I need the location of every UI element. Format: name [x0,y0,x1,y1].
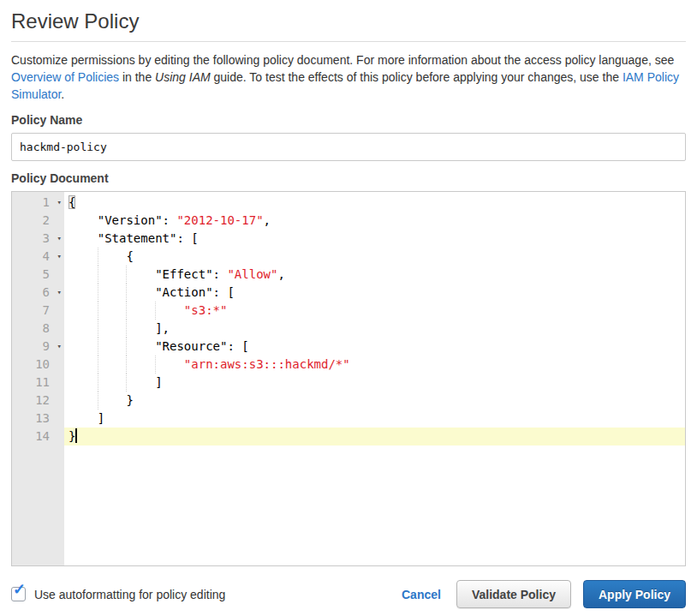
code-string-token: "2012-10-17" [176,213,263,227]
code-line[interactable]: "Resource": [ [64,338,685,356]
policy-name-input[interactable] [11,133,686,161]
indent-guide [98,356,98,374]
code-token: ] [69,375,163,389]
indent-guide [126,356,127,374]
code-line[interactable]: } [64,392,685,410]
code-token: "Resource": [ [69,339,249,353]
policy-name-label: Policy Name [11,113,686,127]
code-token: ], [69,321,170,335]
code-line[interactable]: "Effect": "Allow", [64,266,685,284]
title-divider [11,41,686,42]
code-line[interactable]: "Statement": [ [64,230,685,248]
description-text: in the [119,70,155,84]
description-text: guide. To test the effects of this polic… [211,70,623,84]
indent-guide [98,248,98,266]
indent-guide [98,392,98,410]
code-token: } [69,393,134,407]
gutter-line-number: 12 [12,392,64,410]
code-line[interactable]: "Action": [ [64,284,685,302]
code-line[interactable]: { [64,194,685,212]
code-string-token: "s3:*" [184,303,228,317]
inline-link[interactable]: Overview of Policies [11,70,119,84]
code-line[interactable]: { [64,248,685,266]
fold-toggle-icon[interactable]: ▾ [57,284,62,302]
autoformat-label: Use autoformatting for policy editing [34,588,225,601]
code-token: "Version": [69,213,176,227]
editor-code-area[interactable]: { "Version": "2012-10-17", "Statement": … [64,192,685,565]
code-token: } [69,429,75,443]
autoformat-checkbox[interactable]: ✓ [11,587,26,601]
indent-guide [98,338,98,356]
code-token: ] [69,411,104,425]
text-cursor [75,428,77,443]
indent-guide [98,266,98,284]
gutter-line-number: 13 [12,410,64,428]
indent-guide [126,266,127,284]
code-string-token: "arn:aws:s3:::hackmd/*" [184,357,350,371]
code-line[interactable]: ] [64,410,685,428]
gutter-line-number: 14 [12,428,64,446]
editor-gutter: 1▾23▾4▾56▾789▾1011121314 [12,192,64,565]
fold-toggle-icon[interactable]: ▾ [57,248,62,266]
cancel-link[interactable]: Cancel [402,588,441,601]
policy-document-label: Policy Document [11,171,686,185]
policy-document-editor[interactable]: 1▾23▾4▾56▾789▾1011121314 { "Version": "2… [11,191,686,566]
footer-bar: ✓ Use autoformatting for policy editing … [11,580,686,608]
page-title: Review Policy [11,9,686,34]
code-token: { [69,249,134,263]
indent-guide [126,302,127,320]
validate-policy-button[interactable]: Validate Policy [456,580,571,608]
fold-toggle-icon[interactable]: ▾ [57,338,62,356]
code-token: "Effect": [69,267,227,281]
indent-guide [98,284,98,302]
gutter-line-number: 8 [12,320,64,338]
indent-guide [155,356,156,374]
gutter-line-number: 6▾ [12,284,64,302]
gutter-line-number: 4▾ [12,248,64,266]
code-token: , [277,267,284,281]
gutter-line-number: 7 [12,302,64,320]
gutter-line-number: 2 [12,212,64,230]
code-token: , [264,213,271,227]
italic-text: Using IAM [155,70,211,84]
footer-actions: Cancel Validate Policy Apply Policy [402,580,686,608]
gutter-line-number: 11 [12,374,64,392]
indent-guide [126,338,127,356]
fold-toggle-icon[interactable]: ▾ [57,194,62,212]
review-policy-page: Review Policy Customize permissions by e… [0,9,697,608]
code-line[interactable]: "Version": "2012-10-17", [64,212,685,230]
code-line[interactable]: "arn:aws:s3:::hackmd/*" [64,356,685,374]
description-text: Customize permissions by editing the fol… [11,53,674,67]
autoformat-option[interactable]: ✓ Use autoformatting for policy editing [11,587,225,601]
indent-guide [126,284,127,302]
gutter-line-number: 3▾ [12,230,64,248]
code-line[interactable]: ] [64,374,685,392]
fold-toggle-icon[interactable]: ▾ [57,230,62,248]
gutter-line-number: 1▾ [12,194,64,212]
indent-guide [126,374,127,392]
gutter-line-number: 10 [12,356,64,374]
gutter-line-number: 9▾ [12,338,64,356]
code-token: "Action": [ [69,285,235,299]
code-string-token: "Allow" [227,267,277,281]
code-token: "Statement": [ [69,231,199,245]
indent-guide [98,320,98,338]
code-line[interactable]: "s3:*" [64,302,685,320]
code-token: { [69,195,75,209]
indent-guide [98,302,98,320]
checkmark-icon: ✓ [13,582,26,597]
description: Customize permissions by editing the fol… [11,51,684,103]
apply-policy-button[interactable]: Apply Policy [583,580,686,608]
code-line[interactable]: } [64,428,685,446]
code-line[interactable]: ], [64,320,685,338]
gutter-line-number: 5 [12,266,64,284]
indent-guide [98,374,98,392]
indent-guide [155,302,156,320]
description-text: . [61,87,64,101]
indent-guide [126,320,127,338]
